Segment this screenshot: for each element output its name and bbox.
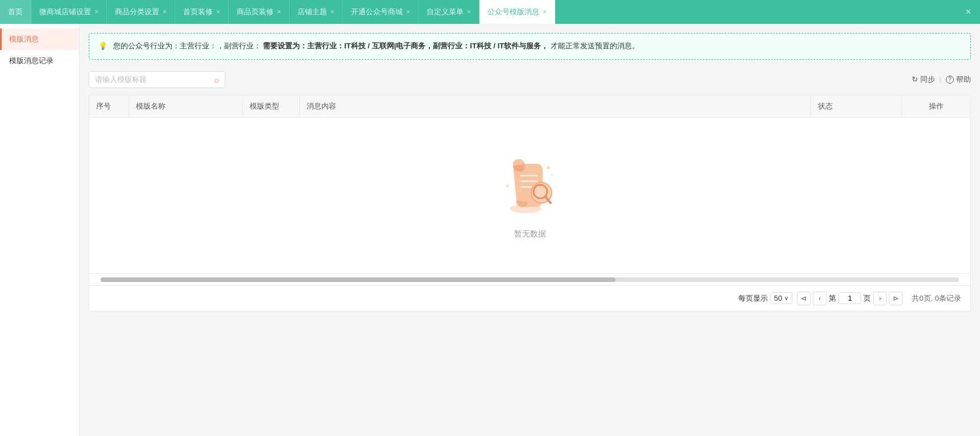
sidebar-item-template-message[interactable]: 模版消息 bbox=[0, 28, 79, 50]
close-tab-open-mall-button[interactable]: × bbox=[406, 8, 410, 16]
empty-illustration bbox=[496, 152, 564, 220]
sync-icon: ↻ bbox=[912, 75, 918, 84]
help-button[interactable]: ? 帮助 bbox=[946, 74, 971, 85]
scroll-bar-area[interactable] bbox=[89, 273, 970, 285]
data-table: 序号 模版名称 模版类型 消息内容 状态 操作 bbox=[89, 95, 971, 312]
col-name-header: 模版名称 bbox=[129, 95, 243, 117]
scroll-track[interactable] bbox=[101, 277, 959, 282]
close-all-button[interactable]: × bbox=[957, 7, 980, 17]
last-page-button[interactable]: ⊳ bbox=[889, 292, 903, 305]
empty-text: 暂无数据 bbox=[514, 229, 546, 239]
page-size-label: 每页显示 bbox=[738, 293, 768, 304]
close-tab-wechat-shop-button[interactable]: × bbox=[94, 8, 98, 16]
close-tab-custom-menu-button[interactable]: × bbox=[467, 8, 471, 16]
col-type-header: 模版类型 bbox=[243, 95, 300, 117]
notice-prefix: 您的公众号行业为：主营行业：，副营行业： bbox=[113, 41, 261, 50]
prev-page-icon: ‹ bbox=[818, 294, 821, 302]
search-row: ⌕ ↻ 同步 | ? 帮助 bbox=[89, 71, 971, 88]
close-tab-shop-theme-button[interactable]: × bbox=[330, 8, 334, 16]
help-label: 帮助 bbox=[956, 74, 971, 85]
nav-tab-shop-theme[interactable]: 店铺主题× bbox=[290, 0, 343, 24]
help-icon: ? bbox=[946, 76, 954, 84]
toolbar-right: ↻ 同步 | ? 帮助 bbox=[912, 74, 971, 85]
page-size-select: 每页显示 50 ∨ bbox=[738, 292, 792, 304]
page-nav: ⊲ ‹ 第 页 › ⊳ bbox=[797, 292, 903, 305]
sidebar: 模版消息模版消息记录 bbox=[0, 24, 80, 436]
nav-tab-custom-menu[interactable]: 自定义菜单× bbox=[419, 0, 479, 24]
toolbar-divider: | bbox=[940, 75, 941, 84]
close-tab-product-page-button[interactable]: × bbox=[277, 8, 281, 16]
nav-tab-product-page[interactable]: 商品页装修× bbox=[229, 0, 290, 24]
table-header: 序号 模版名称 模版类型 消息内容 状态 操作 bbox=[89, 95, 970, 118]
search-input-wrap: ⌕ bbox=[89, 71, 225, 88]
top-nav: 首页微商城店铺设置×商品分类设置×首页装修×商品页装修×店铺主题×开通公众号商城… bbox=[0, 0, 980, 24]
first-page-button[interactable]: ⊲ bbox=[797, 292, 811, 305]
bulb-icon: 💡 bbox=[98, 41, 107, 50]
sidebar-item-template-message-log[interactable]: 模版消息记录 bbox=[0, 50, 79, 72]
pagination: 每页显示 50 ∨ ⊲ ‹ 第 页 bbox=[89, 285, 970, 311]
col-content-header: 消息内容 bbox=[300, 95, 811, 117]
empty-state: 暂无数据 bbox=[89, 118, 970, 273]
content-area: 💡 您的公众号行业为：主营行业：，副营行业： 需要设置为：主营行业：IT科技 /… bbox=[80, 24, 980, 436]
search-button[interactable]: ⌕ bbox=[209, 72, 225, 88]
sync-button[interactable]: ↻ 同步 bbox=[912, 74, 935, 85]
last-page-icon: ⊳ bbox=[893, 294, 899, 302]
page-size-dropdown[interactable]: 50 ∨ bbox=[770, 292, 792, 304]
page-input-prefix: 第 bbox=[829, 293, 836, 304]
page-input-wrap: 第 页 bbox=[829, 292, 871, 304]
next-page-icon: › bbox=[879, 294, 881, 302]
close-tab-template-msg-button[interactable]: × bbox=[543, 8, 547, 16]
dropdown-arrow-icon: ∨ bbox=[784, 295, 788, 301]
nav-tab-home-decor[interactable]: 首页装修× bbox=[175, 0, 229, 24]
svg-point-8 bbox=[551, 173, 553, 176]
search-icon: ⌕ bbox=[214, 75, 219, 84]
col-status-header: 状态 bbox=[811, 95, 902, 117]
total-info: 共0页, 0条记录 bbox=[912, 293, 961, 304]
next-page-button[interactable]: › bbox=[873, 292, 887, 305]
col-action-header: 操作 bbox=[902, 95, 970, 117]
page-number-input[interactable] bbox=[838, 292, 861, 304]
search-input[interactable] bbox=[89, 72, 209, 87]
notice-bar: 💡 您的公众号行业为：主营行业：，副营行业： 需要设置为：主营行业：IT科技 /… bbox=[89, 33, 971, 60]
page-unit: 页 bbox=[863, 293, 871, 304]
notice-highlight: 需要设置为：主营行业：IT科技 / 互联网|电子商务，副营行业：IT科技 / I… bbox=[263, 41, 548, 50]
nav-tab-product-category[interactable]: 商品分类设置× bbox=[107, 0, 175, 24]
nav-tab-open-mall[interactable]: 开通公众号商城× bbox=[343, 0, 419, 24]
page-size-value: 50 bbox=[774, 294, 782, 302]
notice-suffix: 才能正常发送预置的消息。 bbox=[551, 41, 639, 50]
close-tab-home-decor-button[interactable]: × bbox=[216, 8, 220, 16]
sync-label: 同步 bbox=[920, 74, 935, 85]
scroll-thumb[interactable] bbox=[101, 277, 615, 282]
nav-tab-home[interactable]: 首页 bbox=[0, 0, 31, 24]
prev-page-button[interactable]: ‹ bbox=[813, 292, 826, 305]
main-layout: 模版消息模版消息记录 💡 您的公众号行业为：主营行业：，副营行业： 需要设置为：… bbox=[0, 24, 980, 436]
first-page-icon: ⊲ bbox=[801, 294, 807, 302]
close-tab-product-category-button[interactable]: × bbox=[163, 8, 167, 16]
svg-point-9 bbox=[506, 184, 508, 187]
col-seq-header: 序号 bbox=[89, 95, 129, 117]
nav-tab-template-msg[interactable]: 公众号模版消息× bbox=[479, 0, 555, 24]
nav-tab-wechat-shop[interactable]: 微商城店铺设置× bbox=[31, 0, 107, 24]
svg-point-7 bbox=[547, 166, 550, 169]
